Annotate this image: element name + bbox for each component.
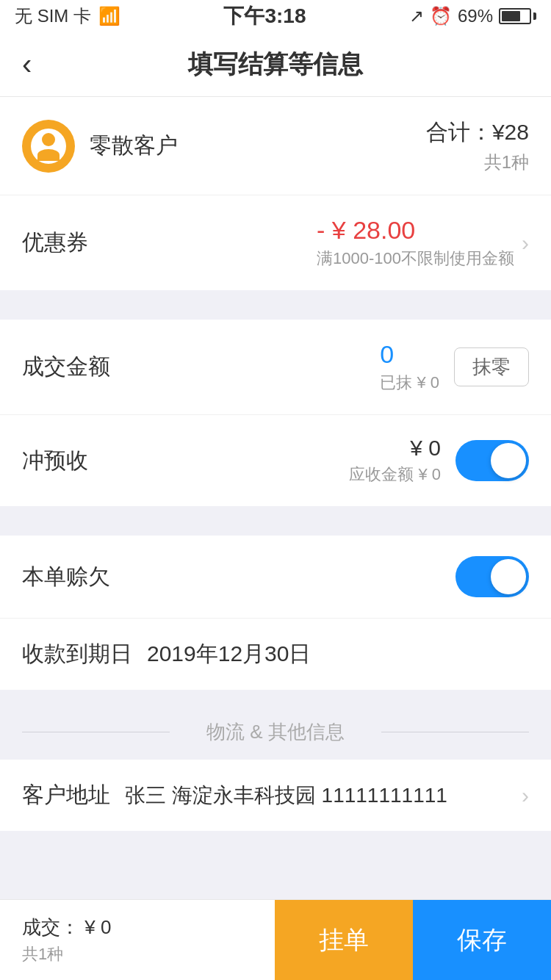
customer-left: 零散客户 bbox=[22, 120, 178, 173]
bottom-left: 成交： ¥ 0 共1种 bbox=[0, 915, 275, 965]
amount-right: 0 已抹 ¥ 0 抹零 bbox=[380, 340, 529, 394]
customer-total: 合计：¥28 bbox=[426, 118, 529, 148]
address-label: 客户地址 bbox=[22, 780, 110, 810]
duedate-row: 收款到期日 2019年12月30日 bbox=[0, 618, 551, 690]
no-sim-text: 无 SIM 卡 bbox=[15, 4, 91, 28]
customer-right: 合计：¥28 共1种 bbox=[426, 118, 529, 174]
bottom-count: 共1种 bbox=[22, 943, 253, 965]
duedate-label: 收款到期日 bbox=[22, 639, 132, 669]
customer-row: 零散客户 合计：¥28 共1种 bbox=[0, 97, 551, 195]
back-button[interactable]: ‹ bbox=[22, 48, 32, 81]
divider-1 bbox=[0, 305, 551, 320]
coupon-row[interactable]: 优惠券 - ¥ 28.00 满1000-100不限制使用金额 › bbox=[0, 195, 551, 290]
address-chevron-icon: › bbox=[522, 783, 529, 808]
deal-amount: ¥ 0 bbox=[84, 916, 111, 938]
debt-toggle[interactable] bbox=[455, 556, 529, 597]
save-button[interactable]: 保存 bbox=[413, 900, 551, 981]
battery-text: 69% bbox=[458, 6, 493, 26]
bottom-bar: 成交： ¥ 0 共1种 挂单 保存 bbox=[0, 899, 551, 980]
round-button[interactable]: 抹零 bbox=[454, 347, 529, 386]
prereceive-amount: ¥ 0 bbox=[349, 436, 441, 461]
prereceive-sub: 应收金额 ¥ 0 bbox=[349, 464, 441, 486]
hold-button[interactable]: 挂单 bbox=[275, 900, 413, 981]
amount-row: 成交金额 0 已抹 ¥ 0 抹零 bbox=[0, 320, 551, 414]
prereceive-amount-block: ¥ 0 应收金额 ¥ 0 bbox=[349, 436, 441, 486]
address-value: 张三 海淀永丰科技园 11111111111 bbox=[125, 782, 522, 810]
logistics-line-right bbox=[381, 732, 529, 732]
amount-sub: 已抹 ¥ 0 bbox=[380, 372, 439, 394]
nav-bar: ‹ 填写结算等信息 bbox=[0, 32, 551, 97]
logistics-divider: 物流 & 其他信息 bbox=[0, 705, 551, 760]
page-title: 填写结算等信息 bbox=[188, 48, 363, 82]
customer-count: 共1种 bbox=[426, 151, 529, 174]
status-right: ↗ ⏰ 69% bbox=[409, 6, 536, 26]
coupon-desc: 满1000-100不限制使用金额 bbox=[317, 248, 514, 270]
logistics-line-left bbox=[22, 732, 170, 732]
divider-2 bbox=[0, 506, 551, 521]
debt-section: 本单赊欠 收款到期日 2019年12月30日 bbox=[0, 536, 551, 690]
coupon-label: 优惠券 bbox=[22, 228, 88, 258]
amount-value: 0 bbox=[380, 340, 439, 369]
prereceive-row: 冲预收 ¥ 0 应收金额 ¥ 0 bbox=[0, 414, 551, 506]
wifi-icon: 📶 bbox=[98, 6, 120, 26]
status-bar: 无 SIM 卡 📶 下午3:18 ↗ ⏰ 69% bbox=[0, 0, 551, 32]
amount-section: 成交金额 0 已抹 ¥ 0 抹零 冲预收 ¥ 0 应收金额 ¥ 0 bbox=[0, 320, 551, 506]
battery-icon bbox=[499, 8, 536, 24]
prereceive-label: 冲预收 bbox=[22, 446, 88, 476]
status-time: 下午3:18 bbox=[223, 2, 306, 30]
status-left: 无 SIM 卡 📶 bbox=[15, 4, 120, 28]
bottom-deal-label: 成交： ¥ 0 bbox=[22, 915, 253, 940]
prereceive-toggle[interactable] bbox=[455, 440, 529, 481]
logistics-label: 物流 & 其他信息 bbox=[206, 719, 345, 745]
customer-name: 零散客户 bbox=[90, 131, 178, 161]
alarm-icon: ⏰ bbox=[430, 6, 452, 26]
content: 零散客户 合计：¥28 共1种 优惠券 - ¥ 28.00 满1000-100不… bbox=[0, 97, 551, 919]
address-section: 客户地址 张三 海淀永丰科技园 11111111111 › bbox=[0, 760, 551, 831]
prereceive-right: ¥ 0 应收金额 ¥ 0 bbox=[349, 436, 529, 486]
coupon-info: - ¥ 28.00 满1000-100不限制使用金额 bbox=[317, 216, 514, 270]
debt-label: 本单赊欠 bbox=[22, 562, 110, 592]
duedate-value: 2019年12月30日 bbox=[147, 639, 311, 669]
amount-block: 0 已抹 ¥ 0 bbox=[380, 340, 439, 394]
debt-row: 本单赊欠 bbox=[0, 536, 551, 618]
customer-avatar bbox=[22, 120, 75, 173]
amount-label: 成交金额 bbox=[22, 352, 110, 382]
coupon-right: - ¥ 28.00 满1000-100不限制使用金额 › bbox=[317, 216, 529, 270]
location-icon: ↗ bbox=[409, 6, 424, 26]
avatar-icon bbox=[31, 129, 66, 164]
customer-section: 零散客户 合计：¥28 共1种 优惠券 - ¥ 28.00 满1000-100不… bbox=[0, 97, 551, 290]
address-row[interactable]: 客户地址 张三 海淀永丰科技园 11111111111 › bbox=[0, 760, 551, 831]
deal-prefix: 成交： bbox=[22, 916, 79, 938]
coupon-amount: - ¥ 28.00 bbox=[317, 216, 514, 245]
chevron-right-icon: › bbox=[522, 231, 529, 256]
